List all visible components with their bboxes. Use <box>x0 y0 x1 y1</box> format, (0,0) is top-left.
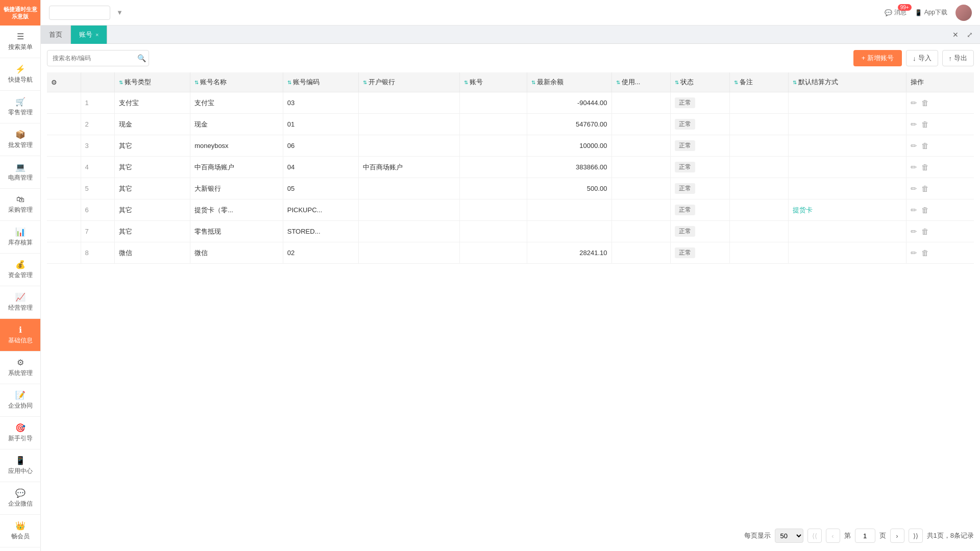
delete-icon[interactable]: 🗑 <box>921 227 929 236</box>
cell-code: PICKUPC... <box>283 199 359 221</box>
cell-type: 其它 <box>114 178 190 199</box>
edit-icon[interactable]: ✏ <box>911 227 917 236</box>
th-name[interactable]: ⇅ 账号名称 <box>190 72 283 92</box>
first-page-button[interactable]: ⟨⟨ <box>807 529 822 543</box>
next-page-button[interactable]: › <box>890 529 904 543</box>
th-use[interactable]: ⇅ 使用... <box>611 72 671 92</box>
sidebar-item-ecommerce-mgmt[interactable]: 💻 电商管理 <box>0 156 40 189</box>
edit-icon[interactable]: ✏ <box>911 120 917 129</box>
sidebar-item-basic-info[interactable]: ℹ 基础信息 <box>0 319 40 352</box>
th-status[interactable]: ⇅ 状态 <box>671 72 730 92</box>
last-page-button[interactable]: ⟩⟩ <box>909 529 923 543</box>
th-bank[interactable]: ⇅ 开户银行 <box>359 72 460 92</box>
edit-icon[interactable]: ✏ <box>911 248 917 258</box>
fund-icon: 💰 <box>2 260 38 269</box>
th-balance[interactable]: ⇅ 最新余额 <box>527 72 611 92</box>
purchase-icon: 🛍 <box>2 195 38 204</box>
th-account[interactable]: ⇅ 账号 <box>460 72 527 92</box>
edit-icon[interactable]: ✏ <box>911 141 917 151</box>
cell-account <box>460 135 527 157</box>
cell-type: 其它 <box>114 221 190 242</box>
tab-close-icon[interactable]: × <box>95 32 99 38</box>
agreement-icon: 📝 <box>2 390 38 400</box>
delete-icon[interactable]: 🗑 <box>921 248 929 257</box>
search-input[interactable] <box>47 50 149 66</box>
cell-action: ✏ 🗑 <box>906 221 974 242</box>
sidebar-item-app-center[interactable]: 📱 应用中心 <box>0 449 40 482</box>
export-button[interactable]: ↑ 导出 <box>942 50 974 66</box>
sidebar-item-quick-nav[interactable]: ⚡ 快捷导航 <box>0 58 40 91</box>
cell-default-settlement <box>789 114 906 135</box>
edit-icon[interactable]: ✏ <box>911 98 917 108</box>
cell-default-settlement <box>789 135 906 157</box>
sidebar-item-fund-mgmt[interactable]: 💰 资金管理 <box>0 254 40 286</box>
cell-note <box>729 178 789 199</box>
cell-type: 其它 <box>114 135 190 157</box>
sidebar-item-label: 经营管理 <box>8 304 33 311</box>
tab-expand-button[interactable]: ⤢ <box>964 29 976 41</box>
cell-name: 零售抵现 <box>190 221 283 242</box>
edit-icon[interactable]: ✏ <box>911 163 917 172</box>
delete-icon[interactable]: 🗑 <box>921 206 929 214</box>
add-account-button[interactable]: + 新增账号 <box>853 50 902 66</box>
th-note-label: 备注 <box>740 78 753 87</box>
search-icon[interactable]: 🔍 <box>137 54 146 62</box>
prev-page-button[interactable]: ‹ <box>826 529 840 543</box>
header-left: ▼ <box>49 6 123 20</box>
sort-icon-bank: ⇅ <box>363 80 367 85</box>
messages-button[interactable]: 💬 消息 99+ <box>885 8 906 17</box>
page-number-input[interactable] <box>855 529 875 543</box>
wholesale-icon: 📦 <box>2 130 38 139</box>
cell-default-settlement: 提货卡 <box>789 199 906 221</box>
top-search-input[interactable] <box>49 6 110 20</box>
edit-icon[interactable]: ✏ <box>911 184 917 193</box>
delete-icon[interactable]: 🗑 <box>921 163 929 171</box>
tab-account[interactable]: 账号 × <box>71 26 107 44</box>
sidebar-item-system-mgmt[interactable]: ⚙ 系统管理 <box>0 352 40 384</box>
cell-action: ✏ 🗑 <box>906 242 974 264</box>
table-row: 6 其它 提货卡（零... PICKUPC... 正常 提货卡 ✏ 🗑 <box>47 199 974 221</box>
th-note[interactable]: ⇅ 备注 <box>729 72 789 92</box>
cell-type: 其它 <box>114 157 190 178</box>
tab-close-button[interactable]: ✕ <box>949 29 962 41</box>
app-download-button[interactable]: 📱 App下载 <box>915 8 947 17</box>
cell-status: 正常 <box>671 178 730 199</box>
page-size-select[interactable]: 50 10 20 100 <box>775 529 803 543</box>
sidebar-item-label: 应用中心 <box>8 467 33 474</box>
cell-balance <box>527 199 611 221</box>
th-default-settlement[interactable]: ⇅ 默认结算方式 <box>789 72 906 92</box>
th-type[interactable]: ⇅ 账号类型 <box>114 72 190 92</box>
sidebar-item-retail-mgmt[interactable]: 🛒 零售管理 <box>0 91 40 123</box>
delete-icon[interactable]: 🗑 <box>921 98 929 107</box>
cell-account <box>460 178 527 199</box>
cell-balance <box>527 221 611 242</box>
th-action-label: 操作 <box>911 78 924 86</box>
delete-icon[interactable]: 🗑 <box>921 184 929 193</box>
settings-icon[interactable]: ⚙ <box>51 79 57 86</box>
user-avatar[interactable] <box>955 5 972 21</box>
dropdown-arrow-icon[interactable]: ▼ <box>116 9 123 16</box>
cell-balance: 383866.00 <box>527 157 611 178</box>
sidebar-item-new-guide[interactable]: 🎯 新手引导 <box>0 417 40 449</box>
sidebar-item-company-agreement[interactable]: 📝 企业协同 <box>0 384 40 417</box>
sidebar-item-wholesale-mgmt[interactable]: 📦 批发管理 <box>0 123 40 156</box>
sidebar-item-purchase-mgmt[interactable]: 🛍 采购管理 <box>0 189 40 221</box>
sidebar-item-operations-mgmt[interactable]: 📈 经营管理 <box>0 286 40 319</box>
sidebar-item-inventory[interactable]: 📊 库存核算 <box>0 221 40 254</box>
quick-nav-icon: ⚡ <box>2 64 38 74</box>
tab-home[interactable]: 首页 <box>41 26 71 44</box>
cell-bank <box>359 135 460 157</box>
th-action: 操作 <box>906 72 974 92</box>
delete-icon[interactable]: 🗑 <box>921 141 929 150</box>
edit-icon[interactable]: ✏ <box>911 206 917 215</box>
th-settings[interactable]: ⚙ <box>47 72 81 92</box>
delete-icon[interactable]: 🗑 <box>921 120 929 129</box>
sidebar-item-membership[interactable]: 👑 畅会员 <box>0 515 40 547</box>
cell-account <box>460 114 527 135</box>
th-code[interactable]: ⇅ 账号编码 <box>283 72 359 92</box>
sidebar-item-search-menu[interactable]: ☰ 搜索菜单 <box>0 26 40 58</box>
sidebar-item-enterprise-wechat[interactable]: 💬 企业微信 <box>0 482 40 515</box>
import-button[interactable]: ↓ 导入 <box>906 50 938 66</box>
sidebar-item-label: 企业微信 <box>8 500 33 507</box>
sort-icon-account: ⇅ <box>464 80 468 85</box>
